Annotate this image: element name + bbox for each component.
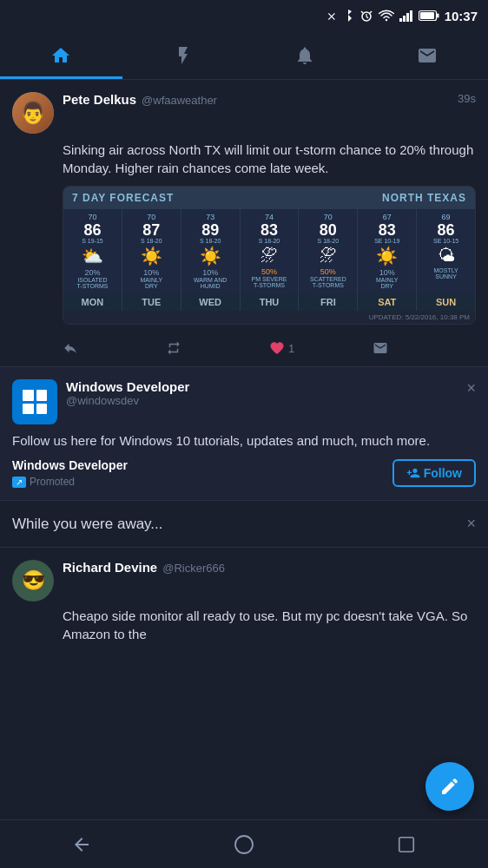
tab-lightning[interactable] [122, 31, 245, 79]
windows-pane-2 [36, 390, 48, 401]
day-desc: ISOLATED T-STORMS [65, 277, 120, 290]
tab-home[interactable] [0, 31, 122, 79]
day-chance: 50% [300, 267, 355, 276]
like-action[interactable]: 1 [269, 340, 373, 356]
weather-header: 7 DAY FORECAST NORTH TEXAS [63, 187, 475, 209]
tab-notifications[interactable] [244, 31, 366, 79]
richard-handle: @Ricker666 [162, 562, 225, 575]
signal-icon [399, 10, 413, 22]
retweet-icon [166, 340, 181, 356]
richard-text: Cheapo side monitor all ready to use. Bu… [63, 607, 476, 643]
tweet-text: Sinking air across North TX will limit o… [63, 141, 476, 177]
weather-day-thu: 74 83 S 18-20 ⛈ 50% PM SEVERE T-STORMS [241, 209, 300, 293]
mail-action[interactable] [373, 340, 476, 356]
promoted-close-button[interactable]: × [466, 379, 476, 398]
day-desc: SCATTERED T-STORMS [300, 276, 355, 289]
bottom-nav [0, 819, 488, 868]
reply-action[interactable] [63, 340, 166, 356]
status-bar: ⨯ 10:37 [0, 0, 488, 31]
add-user-icon [406, 466, 420, 480]
day-weather-icon: ⛈ [242, 246, 297, 266]
lightning-icon [173, 45, 194, 66]
svg-rect-6 [420, 12, 434, 19]
weather-day-wed: 73 89 S 18-20 ☀️ 10% WARM AND HUMID [181, 209, 241, 293]
mail-icon [417, 45, 438, 66]
day-weather-icon: ☀️ [183, 246, 238, 266]
weather-region: NORTH TEXAS [382, 192, 466, 204]
tweet-time: 39s [458, 92, 476, 105]
day-weather-icon: ☀️ [124, 246, 179, 266]
retweet-action[interactable] [166, 340, 269, 356]
weather-days: 70 86 S 19-15 ⛅ 20% ISOLATED T-STORMS 70… [63, 209, 475, 293]
promoted-arrow-icon: ↗ [12, 477, 26, 488]
windows-pane-3 [23, 404, 34, 415]
svg-rect-7 [437, 14, 439, 18]
recents-button[interactable] [380, 819, 432, 869]
day-high: 83 [359, 222, 414, 238]
like-count: 1 [288, 342, 294, 355]
back-icon [71, 834, 92, 855]
home-icon [50, 45, 71, 66]
windows-pane-4 [36, 404, 48, 415]
day-chance: 10% [124, 268, 179, 277]
dm-icon [373, 340, 388, 356]
day-high: 86 [65, 222, 120, 238]
day-chance: 10% [183, 268, 238, 277]
compose-icon [439, 776, 460, 797]
day-weather-icon: 🌤 [419, 246, 473, 266]
weather-day-fri: 70 80 S 18-20 ⛈ 50% SCATTERED T-STORMS [299, 209, 358, 293]
back-button[interactable] [56, 819, 108, 869]
day-wind: S 19-15 [65, 238, 120, 244]
promoted-name: Windows Developer [66, 379, 476, 394]
svg-rect-9 [399, 837, 414, 852]
richard-avatar: 😎 [12, 560, 54, 602]
day-name-sat: SAT [358, 293, 417, 311]
svg-rect-4 [410, 10, 412, 22]
day-weather-icon: ⛈ [300, 246, 355, 266]
day-chance: 10% [359, 268, 414, 277]
svg-rect-3 [406, 13, 409, 22]
follow-button[interactable]: Follow [392, 459, 476, 487]
compose-fab[interactable] [425, 762, 474, 811]
weather-day-sat: 67 83 SE 10-19 ☀️ 10% MAINLY DRY [358, 209, 417, 293]
wifi-icon [379, 10, 394, 22]
promoted-handle: @windowsdev [66, 394, 476, 407]
day-wind: S 18-20 [300, 238, 355, 244]
status-icons: ⨯ 10:37 [326, 9, 478, 23]
day-desc: MOSTLY SUNNY [419, 267, 473, 280]
promoted-author: Windows Developer @windowsdev [66, 379, 476, 407]
day-desc: MAINLY DRY [359, 277, 414, 290]
day-name-tue: TUE [122, 293, 181, 311]
promoted-header: Windows Developer @windowsdev [12, 379, 476, 424]
tweet-header: 👨 Pete Delkus @wfaaweather 39s [12, 92, 476, 134]
day-name-fri: FRI [299, 293, 358, 311]
status-time: 10:37 [445, 9, 478, 23]
day-name-row: MONTUEWEDTHUFRISATSUN [63, 293, 475, 311]
day-wind: S 18-20 [242, 238, 297, 244]
promoted-text: Follow us here for Windows 10 tutorials,… [12, 431, 476, 450]
weather-day-sun: 69 86 SE 10-15 🌤 MOSTLY SUNNY [417, 209, 475, 293]
away-close-button[interactable]: × [466, 515, 476, 533]
bluetooth-icon [342, 9, 354, 23]
tweet-author: Pete Delkus @wfaaweather [63, 92, 449, 107]
bell-icon [294, 45, 315, 66]
tweet-actions: 1 [63, 333, 476, 366]
day-high: 89 [183, 222, 238, 238]
promoted-tweet: × Windows Developer @windowsdev Follow u… [0, 367, 488, 501]
home-button[interactable] [218, 819, 270, 869]
promoted-label: Promoted [30, 476, 75, 488]
day-wind: SE 10-15 [419, 238, 473, 244]
day-high: 87 [124, 222, 179, 238]
svg-point-8 [235, 836, 253, 853]
tab-messages[interactable] [366, 31, 489, 79]
heart-icon [269, 340, 285, 356]
day-weather-icon: ☀️ [359, 246, 414, 266]
day-chance: 20% [65, 268, 120, 277]
day-desc: WARM AND HUMID [183, 277, 238, 290]
reply-icon [63, 340, 78, 356]
day-wind: SE 10-19 [359, 238, 414, 244]
weather-footer: UPDATED: 5/22/2016, 10:38 PM [63, 311, 475, 324]
away-text: While you were away... [12, 516, 163, 533]
day-high: 86 [419, 222, 473, 238]
richard-meta: Richard Devine @Ricker666 [63, 560, 225, 575]
